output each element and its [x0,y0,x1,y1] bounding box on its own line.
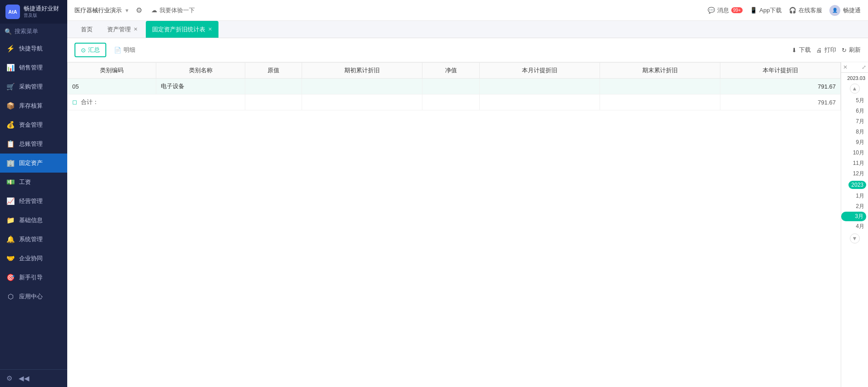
month-8[interactable]: 8月 [841,127,866,137]
chevron-down-icon: ▼ [124,8,129,13]
sidebar-item-operations[interactable]: 📈 经营管理 [0,192,67,211]
sidebar-item-label: 采购管理 [19,83,43,91]
app-download-icon: 📱 [750,7,757,14]
ledger-icon: 📋 [6,140,15,148]
total-original-value [245,94,302,110]
sidebar-item-guide[interactable]: 🎯 新手引导 [0,268,67,287]
cell-code: 05 [68,79,156,94]
basic-info-icon: 📁 [6,216,15,224]
app-download-button[interactable]: 📱 App下载 [750,6,782,15]
col-header-code: 类别编码 [68,63,156,79]
month-2023-3[interactable]: 3月 [841,212,866,221]
inventory-icon: 📦 [6,102,15,110]
sidebar-item-inventory[interactable]: 📦 库存核算 [0,96,67,115]
detail-icon: 📄 [114,47,121,54]
scroll-down-button[interactable]: ▼ [850,233,860,243]
sidebar-item-fixed-assets[interactable]: 🏢 固定资产 [0,154,67,173]
sidebar-item-label: 资金管理 [19,121,43,129]
view-tab-detail[interactable]: 📄 明细 [108,43,141,57]
month-11[interactable]: 11月 [841,158,866,169]
search-menu[interactable]: 🔍 搜索菜单 [0,24,67,39]
month-10[interactable]: 10月 [841,148,866,158]
main-area: 医疗器械行业演示 ▼ ⚙ ☁ 我要体验一下 💬 消息 99+ 📱 App下载 🎧… [67,0,868,387]
sidebar-item-label: 快捷导航 [19,45,43,53]
sidebar-item-label: 应用中心 [19,293,43,301]
total-initial-depreciation [302,94,422,110]
view-tab-summary[interactable]: ⊙ 汇总 [74,43,106,57]
month-7[interactable]: 7月 [841,116,866,127]
months-before-2023: 5月 6月 7月 8月 9月 10月 11月 12月 [841,95,868,179]
messages-button[interactable]: 💬 消息 99+ [708,6,743,15]
online-service-button[interactable]: 🎧 在线客服 [789,6,822,15]
sidebar-item-label: 经营管理 [19,197,43,205]
refresh-button[interactable]: ↻ 刷新 [842,46,861,54]
col-header-initial-depreciation: 期初累计折旧 [302,63,422,79]
sidebar-item-sales[interactable]: 📊 销售管理 [0,58,67,77]
total-annual-depreciation: 791.67 [720,94,840,110]
month-12[interactable]: 12月 [841,169,866,179]
month-2023-4[interactable]: 4月 [841,221,866,232]
experience-button[interactable]: ☁ 我要体验一下 [151,6,195,15]
col-header-original-value: 原值 [245,63,302,79]
month-6[interactable]: 6月 [841,106,866,116]
cell-annual-depreciation: 791.67 [720,79,840,94]
company-selector[interactable]: 医疗器械行业演示 ▼ [74,6,129,15]
tab-fixed-asset-depreciation[interactable]: 固定资产折旧统计表 ✕ [146,21,218,38]
sidebar-item-enterprise[interactable]: 🤝 企业协同 [0,249,67,268]
tab-asset-management[interactable]: 资产管理 ✕ [101,21,144,38]
payroll-icon: 💵 [6,178,15,186]
settings-bottom-icon[interactable]: ⚙ [6,374,12,382]
sidebar-item-label: 企业协同 [19,254,43,263]
enterprise-icon: 🤝 [6,254,15,263]
depreciation-table: 类别编码 类别名称 原值 期初累计折旧 净值 本月计提折旧 期末累计折旧 本年计… [67,62,841,110]
sidebar-item-label: 库存核算 [19,102,43,110]
sidebar-item-payroll[interactable]: 💵 工资 [0,173,67,192]
user-name: 畅捷通 [843,6,861,15]
sidebar-item-basic-info[interactable]: 📁 基础信息 [0,211,67,230]
tab-asset-management-close[interactable]: ✕ [134,26,138,32]
funds-icon: 💰 [6,121,15,129]
logo-sub: 普及版 [24,12,59,19]
close-panel-icon[interactable]: ✕ [843,64,848,70]
sidebar-item-ledger[interactable]: 📋 总账管理 [0,134,67,154]
scroll-up-button[interactable]: ▲ [850,84,860,94]
expand-panel-icon[interactable]: ⤢ [862,64,866,70]
month-2023-2[interactable]: 2月 [841,201,866,212]
month-5[interactable]: 5月 [841,95,866,106]
tabs-bar: 首页 资产管理 ✕ 固定资产折旧统计表 ✕ [67,21,868,38]
messages-badge: 99+ [731,7,743,13]
sidebar-item-quick-nav[interactable]: ⚡ 快捷导航 [0,39,67,58]
months-2023: 1月 2月 3月 4月 [841,191,868,232]
print-button[interactable]: 🖨 打印 [816,46,836,54]
online-service-icon: 🎧 [789,7,796,14]
user-info[interactable]: 👤 畅捷通 [829,5,861,16]
header-settings-icon[interactable]: ⚙ [136,6,142,15]
total-row: ◻ 合计： 791.67 [68,94,841,110]
summary-icon: ⊙ [81,47,86,54]
sidebar-item-funds[interactable]: 💰 资金管理 [0,115,67,134]
tab-home[interactable]: 首页 [74,21,99,38]
app-center-icon: ⬡ [6,293,15,301]
sidebar-item-label: 销售管理 [19,64,43,72]
sidebar-item-app-center[interactable]: ⬡ 应用中心 [0,287,67,306]
month-2023-1[interactable]: 1月 [841,191,866,201]
sidebar: AtA 畅捷通好业财 普及版 🔍 搜索菜单 ⚡ 快捷导航 📊 销售管理 🛒 采购… [0,0,67,387]
cell-initial-depreciation [302,79,422,94]
sidebar-item-purchase[interactable]: 🛒 采购管理 [0,77,67,96]
year-2023-badge[interactable]: 2023 [848,181,866,189]
system-icon: 🔔 [6,235,15,243]
col-header-net-value: 净值 [422,63,480,79]
sidebar-item-system[interactable]: 🔔 系统管理 [0,230,67,249]
cell-net-value [422,79,480,94]
download-button[interactable]: ⬇ 下载 [792,46,811,54]
table-row: 05 电子设备 791.67 [68,79,841,94]
total-label: ◻ 合计： [68,94,245,110]
cell-monthly-depreciation [480,79,600,94]
collapse-sidebar-icon[interactable]: ◀◀ [19,374,30,382]
table-wrapper: 类别编码 类别名称 原值 期初累计折旧 净值 本月计提折旧 期末累计折旧 本年计… [67,62,841,387]
tab-fixed-asset-depreciation-close[interactable]: ✕ [208,26,212,32]
print-icon: 🖨 [816,47,822,54]
total-net-value [422,94,480,110]
month-9[interactable]: 9月 [841,137,866,148]
sidebar-item-label: 固定资产 [19,159,43,167]
